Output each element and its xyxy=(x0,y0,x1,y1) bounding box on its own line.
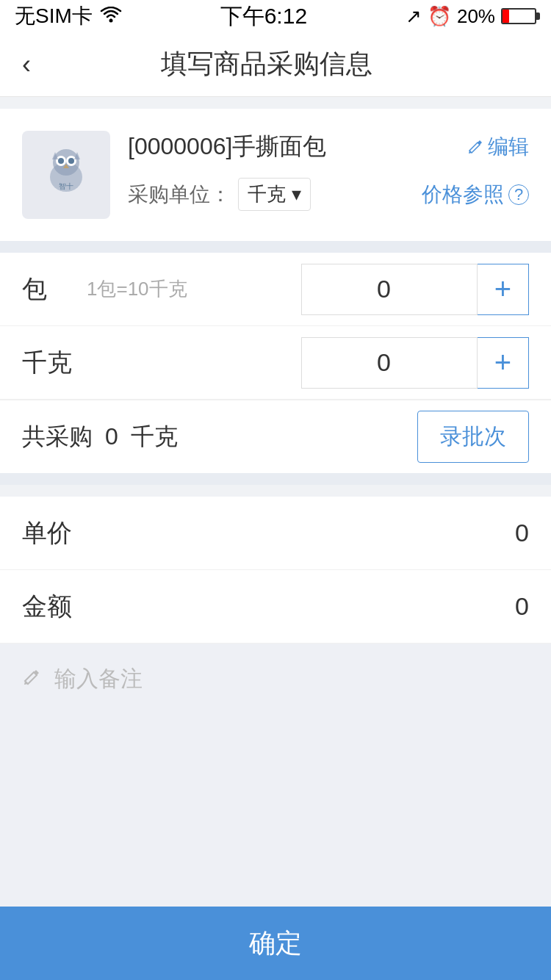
battery-percent: 20% xyxy=(457,5,495,28)
package-input-row: 包 1包=10千克 + xyxy=(0,253,551,326)
kg-plus-button[interactable]: + xyxy=(478,337,529,389)
kg-label: 千克 xyxy=(22,346,81,380)
amount-label: 金额 xyxy=(22,590,72,624)
kg-input-row: 千克 + xyxy=(0,326,551,400)
unit-price-label: 单价 xyxy=(22,516,72,550)
confirm-button[interactable]: 确定 xyxy=(0,907,551,980)
kg-number-input[interactable] xyxy=(301,337,478,389)
package-sublabel: 1包=10千克 xyxy=(87,276,187,302)
back-button[interactable]: ‹ xyxy=(22,49,31,80)
edit-button[interactable]: 编辑 xyxy=(467,133,529,161)
product-image: 智十 xyxy=(22,131,110,219)
purchase-unit-label: 采购单位： xyxy=(128,181,231,209)
package-label: 包 xyxy=(22,273,81,306)
status-time: 下午6:12 xyxy=(220,1,307,32)
product-name: [0000006]手撕面包 xyxy=(128,131,326,163)
svg-text:智十: 智十 xyxy=(59,182,73,190)
divider-1 xyxy=(0,241,551,253)
content-area xyxy=(0,715,551,935)
package-input-group: + xyxy=(301,264,529,315)
amount-row: 金额 0 xyxy=(0,570,551,644)
svg-point-0 xyxy=(109,19,112,23)
record-batch-button[interactable]: 录批次 xyxy=(417,411,529,463)
purchase-unit-row: 采购单位： 千克 ▾ 价格参照 ? xyxy=(128,178,529,211)
wifi-icon xyxy=(100,4,122,28)
carrier-label: 无SIM卡 xyxy=(15,2,93,30)
status-bar: 无SIM卡 下午6:12 ↗ ⏰ 20% xyxy=(0,0,551,32)
package-number-input[interactable] xyxy=(301,264,478,315)
status-left: 无SIM卡 xyxy=(15,2,122,30)
package-plus-button[interactable]: + xyxy=(478,264,529,315)
divider-2 xyxy=(0,473,551,485)
unit-price-value: 0 xyxy=(515,519,529,547)
svg-point-5 xyxy=(58,158,64,164)
kg-input-group: + xyxy=(301,337,529,389)
price-ref-button[interactable]: 价格参照 ? xyxy=(422,181,529,209)
pencil-icon xyxy=(22,666,43,692)
alarm-icon: ⏰ xyxy=(428,5,451,28)
notes-placeholder: 输入备注 xyxy=(54,664,143,694)
info-section: 单价 0 金额 0 xyxy=(0,497,551,644)
product-details: [0000006]手撕面包 编辑 采购单位： 千克 ▾ 价格参照 xyxy=(128,131,529,211)
unit-selector-group: 采购单位： 千克 ▾ xyxy=(128,178,311,211)
amount-value: 0 xyxy=(515,592,529,621)
page-title: 填写商品采购信息 xyxy=(46,46,488,82)
input-section: 包 1包=10千克 + 千克 + 共采购 0 千克 录批次 xyxy=(0,253,551,473)
product-section: 智十 [0000006]手撕面包 编辑 采购单位： 千克 xyxy=(0,109,551,241)
location-icon: ↗ xyxy=(406,5,422,28)
product-name-row: [0000006]手撕面包 编辑 xyxy=(128,131,529,163)
nav-bar: ‹ 填写商品采购信息 xyxy=(0,32,551,97)
summary-text: 共采购 0 千克 xyxy=(22,421,178,453)
unit-price-row: 单价 0 xyxy=(0,497,551,570)
dropdown-arrow-icon: ▾ xyxy=(292,183,301,206)
status-right: ↗ ⏰ 20% xyxy=(406,5,536,28)
svg-point-6 xyxy=(68,158,74,164)
product-logo: 智十 xyxy=(40,146,92,204)
summary-row: 共采购 0 千克 录批次 xyxy=(0,400,551,473)
notes-section[interactable]: 输入备注 xyxy=(0,644,551,715)
battery-icon xyxy=(501,8,536,24)
help-icon: ? xyxy=(508,184,529,205)
unit-select[interactable]: 千克 ▾ xyxy=(238,178,311,211)
